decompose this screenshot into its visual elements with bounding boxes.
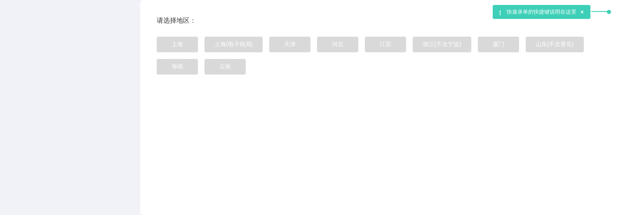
connector-line [591,11,608,12]
region-btn-hebei[interactable]: 河北 [317,37,358,52]
region-btn-yunnan[interactable]: 云南 [204,59,246,75]
region-buttons-container: 上海上海(电子税局)天津河北江苏浙江(不含宁波)厦门山东(不含青岛)海南云南 [157,37,628,75]
tooltip-banner: 快速录单的快捷键说明在这里 × [493,5,590,19]
tooltip-text: 快速录单的快捷键说明在这里 [507,8,576,16]
main-content: 请选择地区： 上海上海(电子税局)天津河北江苏浙江(不含宁波)厦门山东(不含青岛… [140,0,644,215]
region-btn-shanghai[interactable]: 上海 [157,37,198,52]
region-btn-jiangsu[interactable]: 江苏 [365,37,406,52]
region-btn-shandong[interactable]: 山东(不含青岛) [526,37,584,52]
region-btn-zhejiang[interactable]: 浙江(不含宁波) [413,37,471,52]
region-btn-xiamen[interactable]: 厦门 [478,37,519,52]
dot-indicator [607,10,611,14]
tooltip-close-button[interactable]: × [581,9,584,15]
left-sidebar [0,0,140,215]
region-btn-shanghai-etax[interactable]: 上海(电子税局) [204,37,263,52]
region-btn-hainan[interactable]: 海南 [157,59,198,75]
region-btn-tianjin[interactable]: 天津 [269,37,310,52]
